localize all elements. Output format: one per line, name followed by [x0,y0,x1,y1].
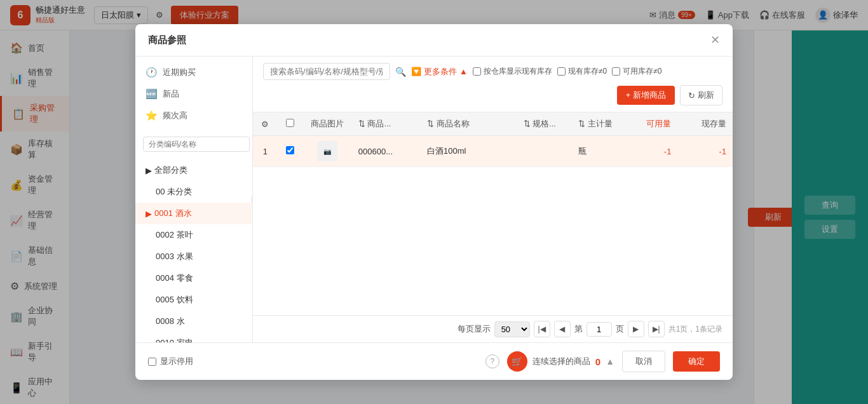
first-page-button[interactable]: |◀ [534,321,550,337]
clock-icon: 🕐 [146,67,158,78]
quick-item-new[interactable]: 🆕 新品 [135,83,252,105]
row-stock-cell: -1 [677,136,733,167]
product-search-button[interactable]: 🔍 [395,67,406,77]
col-img-header: 商品图片 [302,112,352,136]
row-spec-cell [517,136,573,167]
category-item-fruit[interactable]: 0003 水果 [135,246,252,267]
row-checkbox-cell [278,136,302,167]
modal-header: 商品参照 ✕ [135,24,733,57]
col-checkbox-header [278,112,302,136]
stock-not-zero-checkbox[interactable] [557,67,566,76]
col-avail-header: 可用量 [623,112,678,136]
row-img-cell: 📷 [302,136,352,167]
refresh-icon: ↻ [688,91,695,100]
star-icon: ⭐ [146,110,158,121]
product-search-input[interactable] [263,63,390,80]
cart-area: 🛒 连续选择的商品 0 ▲ [507,351,614,372]
col-stock-header: 现存量 [677,112,733,136]
table-row[interactable]: 1 📷 000600... 白酒100ml 瓶 [253,136,733,167]
prev-page-button[interactable]: ◀ [554,321,571,337]
product-image: 📷 [317,141,337,161]
warehouse-filter-checkbox[interactable] [473,67,481,76]
expand-icon: ▶ [146,166,152,175]
col-num-header: ⚙ [253,112,278,136]
more-filter-button[interactable]: 🔽 更多条件 ▲ [411,66,468,77]
pagination: 每页显示 50 20 100 |◀ ◀ 第 页 ▶ ▶| 共1页，1条记录 [253,315,733,342]
category-search-row: 🔍 [135,131,252,157]
sort-icon: ⇅ [358,119,365,128]
page-number-input[interactable] [587,322,612,337]
col-name-header[interactable]: ⇅ 商品名称 [421,112,517,136]
show-disabled-checkbox[interactable] [148,358,156,366]
category-search-input[interactable] [143,137,250,152]
category-item-unclassified[interactable]: 00 未分类 [135,181,252,203]
select-all-checkbox[interactable] [286,119,294,127]
next-page-button[interactable]: ▶ [628,321,644,337]
active-expand-icon: ▶ [146,209,152,219]
row-name-cell: 白酒100ml [421,136,517,167]
row-code-cell: 000600... [352,136,421,167]
avail-not-zero-checkbox[interactable] [612,67,620,76]
category-item-beverage[interactable]: 0005 饮料 [135,289,252,311]
product-panel: 🔍 🔽 更多条件 ▲ 按仓库显示现有库存 现有库存≠0 [253,57,733,342]
category-item-snack[interactable]: 0004 零食 [135,267,252,289]
page-label: 第 [574,323,583,335]
category-item-liquor[interactable]: ▶ 0001 酒水 [135,203,252,224]
modal-backdrop: 商品参照 ✕ 🕐 近期购买 🆕 新品 ⭐ 频次高 [0,0,868,404]
col-unit-header[interactable]: ⇅ 主计量 [572,112,623,136]
cart-icon: 🛒 [507,351,527,372]
page-label-2: 页 [616,323,624,335]
refresh-button[interactable]: ↻ 刷新 [680,85,722,105]
category-item-water[interactable]: 0008 水 [135,311,252,332]
category-item-all[interactable]: ▶ 全部分类 [135,159,252,181]
product-table: ⚙ 商品图片 ⇅ 商品... ⇅ 商品名称 [253,112,733,167]
row-unit-cell: 瓶 [572,136,623,167]
product-table-container: ⚙ 商品图片 ⇅ 商品... ⇅ 商品名称 [253,112,733,315]
modal-title: 商品参照 [148,34,186,46]
sort-spec-icon: ⇅ [524,119,531,128]
sort-name-icon: ⇅ [427,119,434,128]
settings-icon[interactable]: ⚙ [261,119,269,129]
page-size-label: 每页显示 [458,323,491,335]
category-panel: 🕐 近期购买 🆕 新品 ⭐ 频次高 🔍 [135,57,253,342]
col-spec-header[interactable]: ⇅ 规格... [517,112,573,136]
avail-not-zero-label[interactable]: 可用库存≠0 [612,66,661,77]
product-reference-modal: 商品参照 ✕ 🕐 近期购买 🆕 新品 ⭐ 频次高 [135,24,733,380]
table-header-row: ⚙ 商品图片 ⇅ 商品... ⇅ 商品名称 [253,112,733,136]
cancel-button[interactable]: 取消 [622,351,665,372]
cart-count: 0 [595,356,600,367]
stock-not-zero-label[interactable]: 现有库存≠0 [557,66,607,77]
category-list: ▶ 全部分类 00 未分类 ▶ 0001 酒水 0002 茶叶 0003 水果 [135,157,252,342]
row-avail-cell: -1 [623,136,678,167]
warehouse-filter-label[interactable]: 按仓库显示现有库存 [473,66,552,77]
product-toolbar: 🔍 🔽 更多条件 ▲ 按仓库显示现有库存 现有库存≠0 [253,57,733,112]
new-icon: 🆕 [146,88,158,100]
quick-item-recent[interactable]: 🕐 近期购买 [135,62,252,83]
show-disabled-label[interactable]: 显示停用 [148,356,193,367]
col-code-header[interactable]: ⇅ 商品... [352,112,421,136]
filter-icon: 🔽 [411,67,421,76]
total-info: 共1页，1条记录 [668,324,722,335]
category-item-tea[interactable]: 0002 茶叶 [135,224,252,246]
row-num-cell: 1 [253,136,278,167]
modal-body: 🕐 近期购买 🆕 新品 ⭐ 频次高 🔍 [135,57,733,342]
sort-unit-icon: ⇅ [578,119,585,128]
last-page-button[interactable]: ▶| [648,321,665,337]
footer-right: ? 🛒 连续选择的商品 0 ▲ 取消 确定 [485,351,720,372]
collapse-cart-button[interactable]: ▲ [606,356,614,367]
modal-close-button[interactable]: ✕ [710,33,720,47]
page-size-select[interactable]: 50 20 100 [494,321,530,337]
quick-item-frequent[interactable]: ⭐ 频次高 [135,105,252,126]
row-checkbox[interactable] [286,146,294,154]
confirm-button[interactable]: 确定 [673,351,720,372]
modal-footer: 显示停用 ? 🛒 连续选择的商品 0 ▲ 取消 确定 [135,342,733,380]
chevron-up-icon: ▲ [459,67,468,76]
category-item-appliance[interactable]: 0010 家电 [135,332,252,342]
add-product-button[interactable]: + 新增商品 [617,86,675,105]
help-button[interactable]: ? [485,354,499,368]
